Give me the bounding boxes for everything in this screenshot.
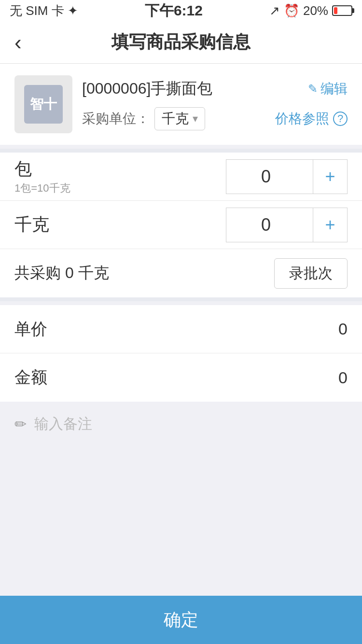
product-unit-row: 采购单位： 千克 ▾ 价格参照 ? [82, 107, 348, 130]
status-right: ↗ ⏰ 20% [269, 3, 352, 18]
unit-label: 采购单位： [82, 110, 150, 128]
product-card: 智十 [0000006]手撕面包 ✎ 编辑 采购单位： 千克 ▾ [0, 64, 362, 149]
back-button[interactable]: ‹ [14, 32, 22, 53]
unit-price-value: 0 [338, 320, 348, 338]
price-section: 单价 0 金额 0 [0, 305, 362, 402]
bag-label-main: 包 [14, 157, 72, 181]
input-section: 包 1包=10千克 + 千克 + 共采购 0 千克 录批次 [0, 153, 362, 297]
remark-placeholder: 输入备注 [34, 414, 92, 434]
edit-icon: ✎ [308, 82, 318, 96]
product-logo: 智十 [24, 85, 63, 124]
sim-status: 无 SIM 卡 ✦ [10, 2, 78, 19]
status-time: 下午6:12 [145, 1, 203, 21]
pencil-icon: ✏ [14, 416, 27, 433]
kg-input-row: 千克 + [0, 201, 362, 249]
edit-label: 编辑 [320, 80, 348, 98]
product-info: [0000006]手撕面包 ✎ 编辑 采购单位： 千克 ▾ 价格参照 ? [82, 78, 348, 130]
bag-label-sub: 1包=10千克 [14, 181, 72, 196]
remark-section[interactable]: ✏ 输入备注 [0, 402, 362, 447]
kg-label: 千克 [14, 213, 72, 237]
bag-label: 包 1包=10千克 [14, 157, 72, 196]
confirm-button[interactable]: 确定 [0, 596, 362, 644]
product-image: 智十 [14, 75, 72, 133]
unit-value: 千克 [162, 110, 189, 128]
amount-value: 0 [338, 368, 348, 387]
chevron-down-icon: ▾ [193, 112, 198, 125]
bag-input-row: 包 1包=10千克 + [0, 153, 362, 201]
section-divider-2 [0, 297, 362, 301]
bag-qty-input[interactable] [226, 159, 313, 194]
status-bar: 无 SIM 卡 ✦ 下午6:12 ↗ ⏰ 20% [0, 0, 362, 21]
page-title: 填写商品采购信息 [111, 30, 251, 54]
content-area [0, 447, 362, 591]
section-divider-1 [0, 149, 362, 153]
batch-button[interactable]: 录批次 [274, 258, 348, 289]
battery-icon [332, 5, 352, 16]
location-icon: ↗ [269, 3, 280, 18]
bag-qty-wrapper: + [226, 159, 348, 194]
price-ref-label: 价格参照 [275, 110, 329, 128]
bag-plus-button[interactable]: + [313, 159, 348, 194]
help-icon: ? [333, 112, 348, 126]
edit-button[interactable]: ✎ 编辑 [308, 80, 348, 98]
kg-plus-button[interactable]: + [313, 208, 348, 242]
status-left: 无 SIM 卡 ✦ [10, 2, 78, 19]
amount-label: 金额 [14, 366, 47, 389]
unit-price-label: 单价 [14, 318, 47, 340]
kg-qty-input[interactable] [226, 208, 313, 242]
nav-bar: ‹ 填写商品采购信息 [0, 21, 362, 64]
amount-row: 金额 0 [0, 353, 362, 402]
product-name-row: [0000006]手撕面包 ✎ 编辑 [82, 78, 348, 99]
alarm-icon: ⏰ [284, 3, 299, 18]
summary-text: 共采购 0 千克 [14, 263, 109, 284]
kg-qty-wrapper: + [226, 208, 348, 242]
summary-row: 共采购 0 千克 录批次 [0, 249, 362, 297]
price-ref-button[interactable]: 价格参照 ? [275, 110, 348, 128]
unit-price-row: 单价 0 [0, 305, 362, 353]
product-name: [0000006]手撕面包 [82, 78, 212, 99]
unit-select[interactable]: 千克 ▾ [154, 107, 205, 130]
kg-label-main: 千克 [14, 213, 72, 237]
battery-percent: 20% [303, 3, 328, 18]
